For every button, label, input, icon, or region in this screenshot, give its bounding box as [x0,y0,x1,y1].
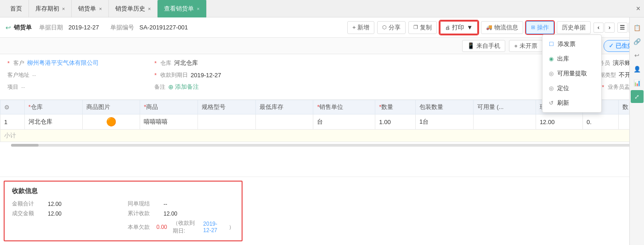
date-value: 2019-12-27 [68,24,99,31]
logistics-button[interactable]: 🚚 物流信息 [481,21,523,34]
sidebar-expand-button[interactable]: ⤢ [631,90,644,103]
operations-dropdown: ☐ 添发票 ◉ 出库 ◎ 可用量提取 ◎ 定位 ↺ 刷新 [542,34,602,113]
row-current: 12.00 [536,114,582,130]
scroll-indicator[interactable] [11,144,633,147]
print-button[interactable]: 🖨 打印 ▼ [440,21,478,34]
nav-arrows: ‹ › [593,23,615,33]
warehouse-required: * [154,60,157,67]
number-value: SA-20191227-001 [140,24,188,31]
phone-icon: 📱 [467,42,475,49]
col-warehouse: *仓库 [24,100,82,114]
not-open-ticket-button[interactable]: ● 未开票 [509,40,542,52]
prev-button[interactable]: ‹ [593,23,604,33]
copy-icon: ❐ [413,24,418,30]
add-invoice-icon: ☐ [549,41,554,47]
owed-label: 本单欠款 [128,223,153,231]
project-value: -- [21,84,25,91]
window-close-button[interactable]: × [636,5,640,13]
col-gear: ⚙ [0,100,25,114]
col-image: 商品图片 [82,100,140,114]
sidebar-clipboard-button[interactable]: 📋 [631,21,644,34]
address-field: 客户地址 -- [7,71,145,79]
address-value: -- [32,72,36,79]
add-invoice-item[interactable]: ☐ 添发票 [542,37,601,51]
row-unit: 台 [313,114,375,130]
print-icon: 🖨 [445,25,450,30]
due-date-value: 2019-12-27 [203,221,225,234]
total-label: 金额合计 [12,200,44,208]
col-spec: 规格型号 [198,100,255,114]
payment-date-value: 2019-12-27 [191,72,221,79]
sidebar-chart-button[interactable]: 📊 [631,76,644,89]
operations-icon: ⊞ [531,24,535,30]
refresh-item[interactable]: ↺ 刷新 [542,96,601,110]
list-view-button[interactable]: ☰ [617,23,627,33]
tab-sales-history[interactable]: 销货单历史 × [109,0,158,17]
circle-icon: ● [514,42,518,49]
customer-value[interactable]: 柳州粤港平安气体有限公司 [27,59,99,67]
row-min-stock [255,114,313,130]
refresh-icon: ↺ [549,100,554,106]
transaction-label: 成交金额 [12,210,44,217]
copy-button[interactable]: ❐ 复制 [408,21,437,34]
warehouse-value: 河北仓库 [174,59,198,67]
row-warehouse: 河北仓库 [24,114,82,130]
table-row: 1 河北仓库 🟠 嘻嘻嘻嘻 台 1.00 1台 12.00 0. [0,114,644,130]
new-button[interactable]: + 新增 [347,21,374,34]
row-quantity: 1.00 [375,114,416,130]
document-header: ↩ 销货单 单据日期 2019-12-27 单据编号 SA-20191227-0… [0,17,644,38]
customer-required: * [7,60,10,67]
tab-sales-close[interactable]: × [99,6,102,11]
from-phone-button[interactable]: 📱 来自手机 [462,40,505,52]
owed-row: 本单欠款 0.00 （收款到期日: 2019-12-27 ） [128,219,234,235]
date-label: 单据日期 [39,23,63,32]
sidebar-link-button[interactable]: 🔗 [631,35,644,48]
tab-inventory-close[interactable]: × [62,6,65,11]
bottom-area: 收款信息 金额合计 12.00 同单现结 -- 成交金额 12.00 累计收款 … [0,177,644,245]
outbound-item[interactable]: ◉ 出库 [542,51,601,66]
payment-grid: 金额合计 12.00 同单现结 -- 成交金额 12.00 累计收款 12.00… [12,200,234,235]
available-qty-item[interactable]: ◎ 可用量提取 [542,66,601,81]
col-unit: *销售单位 [313,100,375,114]
share-icon: ⬡ [382,24,387,30]
due-date-close: ） [229,223,234,231]
tab-view-sales[interactable]: 查看销货单 × [158,0,206,17]
transaction-row: 成交金额 12.00 [12,210,119,217]
transaction-value: 12.00 [48,211,62,217]
next-button[interactable]: › [604,23,615,33]
outbound-icon: ◉ [549,56,554,62]
locate-icon: ◎ [549,85,554,91]
project-field: 项目 -- [7,83,145,91]
col-quantity: *数量 [375,100,416,114]
gear-icon[interactable]: ⚙ [4,104,10,111]
subtotal-row: 小计 [0,130,644,142]
col-product: *商品 [140,100,198,114]
main-content: ↩ 销货单 单据日期 2019-12-27 单据编号 SA-20191227-0… [0,17,644,245]
print-dropdown-icon: ▼ [467,24,473,31]
col-min-stock: 最低库存 [255,100,313,114]
history-button[interactable]: 历史单据 [557,21,591,34]
owed-value: 0.00 [156,224,167,230]
same-order-value: -- [164,201,167,207]
locate-item[interactable]: ◎ 定位 [542,81,601,96]
col-available: 可用量 (... [473,100,536,114]
operations-button[interactable]: ⊞ 操作 [526,21,554,34]
sidebar-user-button[interactable]: 👤 [631,63,644,75]
cumulative-label: 累计收款 [128,210,160,217]
share-button[interactable]: ⬡ 分享 [377,21,406,34]
tab-home[interactable]: 首页 [4,0,29,17]
sidebar-undo-button[interactable]: ↩ [631,49,644,62]
row-price: 0. [582,114,618,130]
tab-sales[interactable]: 销货单 × [72,0,108,17]
sales-staff-label: 业务员盂 [608,83,630,91]
due-date-hint: （收款到期日: [173,219,200,235]
add-note-button[interactable]: ⊕ 添加备注 [168,83,199,91]
tab-view-close[interactable]: × [197,6,199,11]
tab-inventory[interactable]: 库存期初 × [29,0,72,17]
note-label: 备注 [154,83,165,91]
tab-bar: 首页 库存期初 × 销货单 × 销货单历史 × 查看销货单 × × [0,0,644,17]
warehouse-label: 仓库 [160,59,171,67]
same-order-label: 同单现结 [128,200,160,208]
project-label: 项目 [7,83,18,91]
tab-history-close[interactable]: × [148,6,151,11]
